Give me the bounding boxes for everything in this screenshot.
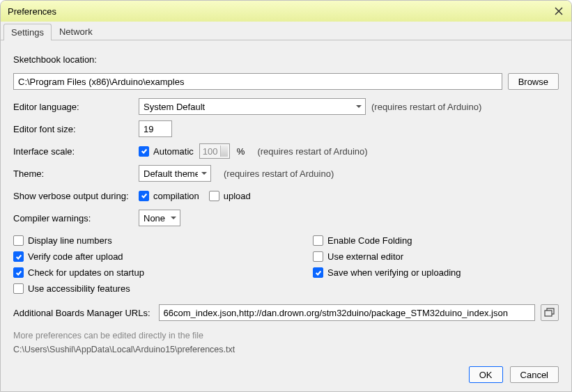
checkbox-icon	[13, 235, 24, 246]
options-grid: Display line numbers Verify code after u…	[13, 235, 559, 294]
options-col-right: Enable Code Folding Use external editor …	[313, 235, 461, 294]
upload-label: upload	[224, 191, 251, 201]
scale-hint: (requires restart of Arduino)	[257, 146, 367, 157]
checkbox-icon	[139, 146, 149, 157]
titlebar: Preferences	[1, 1, 571, 22]
tab-settings[interactable]: Settings	[3, 24, 52, 40]
checkbox-icon	[13, 267, 24, 278]
checkbox-icon	[13, 283, 24, 294]
language-label: Editor language:	[13, 102, 133, 112]
theme-row: Theme: Default theme (requires restart o…	[13, 164, 559, 182]
scale-label: Interface scale:	[13, 146, 133, 157]
checkbox-icon	[139, 191, 149, 201]
compilation-label: compilation	[153, 191, 199, 201]
cancel-button[interactable]: Cancel	[510, 366, 559, 383]
additional-urls-row: Additional Boards Manager URLs:	[13, 304, 559, 322]
sketchbook-label: Sketchbook location:	[13, 54, 97, 65]
scale-spinner[interactable]: 100	[199, 143, 230, 159]
more-preferences-text: More preferences can be edited directly …	[13, 329, 559, 359]
upload-checkbox[interactable]: upload	[209, 191, 251, 201]
tab-network[interactable]: Network	[52, 23, 100, 40]
preferences-window: Preferences Settings Network Sketchbook …	[0, 0, 572, 392]
save-when-checkbox[interactable]: Save when verifying or uploading	[313, 267, 461, 278]
external-editor-checkbox[interactable]: Use external editor	[313, 251, 461, 262]
checkbox-icon	[313, 235, 323, 246]
warnings-select-wrap: None	[139, 210, 180, 226]
checkbox-icon	[313, 267, 323, 278]
accessibility-checkbox[interactable]: Use accessibility features	[13, 283, 285, 294]
theme-select-wrap: Default theme	[139, 165, 211, 182]
verbose-row: Show verbose output during: compilation …	[13, 187, 559, 205]
language-hint: (requires restart of Arduino)	[371, 102, 481, 112]
verify-code-checkbox[interactable]: Verify code after upload	[13, 251, 285, 262]
language-select[interactable]: System Default	[139, 98, 366, 115]
warnings-label: Compiler warnings:	[13, 213, 133, 224]
theme-hint: (requires restart of Arduino)	[224, 168, 334, 179]
scale-row: Interface scale: Automatic 100 % (requir…	[13, 142, 559, 160]
window-title: Preferences	[8, 6, 56, 17]
sketchbook-row: Browse	[13, 72, 559, 91]
warnings-select[interactable]: None	[139, 210, 180, 226]
sketchbook-label-row: Sketchbook location:	[13, 50, 559, 68]
theme-label: Theme:	[13, 168, 133, 179]
percent-label: %	[237, 146, 245, 157]
check-updates-checkbox[interactable]: Check for updates on startup	[13, 267, 285, 278]
expand-urls-button[interactable]	[541, 304, 559, 321]
font-row: Editor font size:	[13, 120, 559, 138]
enable-folding-checkbox[interactable]: Enable Code Folding	[313, 235, 461, 246]
warnings-row: Compiler warnings: None	[13, 209, 559, 227]
automatic-label: Automatic	[153, 146, 194, 157]
sketchbook-input[interactable]	[13, 73, 502, 90]
checkbox-icon	[209, 191, 219, 201]
tab-bar: Settings Network	[1, 22, 571, 40]
preferences-file-path[interactable]: C:\Users\Sushil\AppData\Local\Arduino15\…	[13, 343, 559, 356]
language-row: Editor language: System Default (require…	[13, 97, 559, 116]
content-area: Sketchbook location: Browse Editor langu…	[1, 40, 571, 359]
compilation-checkbox[interactable]: compilation	[139, 191, 199, 201]
close-icon[interactable]	[553, 6, 564, 17]
footer: OK Cancel	[1, 359, 571, 391]
checkbox-icon	[13, 251, 24, 262]
additional-urls-label: Additional Boards Manager URLs:	[13, 308, 150, 318]
options-col-left: Display line numbers Verify code after u…	[13, 235, 285, 294]
display-line-numbers-checkbox[interactable]: Display line numbers	[13, 235, 285, 246]
svg-rect-1	[545, 311, 552, 316]
automatic-checkbox[interactable]: Automatic	[139, 146, 194, 157]
window-icon	[544, 308, 555, 317]
verbose-label: Show verbose output during:	[13, 191, 133, 201]
font-size-input[interactable]	[139, 120, 172, 137]
checkbox-icon	[313, 251, 323, 262]
theme-select[interactable]: Default theme	[139, 165, 211, 182]
additional-urls-input[interactable]	[159, 304, 535, 321]
ok-button[interactable]: OK	[469, 366, 503, 383]
language-select-wrap: System Default	[139, 98, 366, 115]
font-label: Editor font size:	[13, 124, 133, 134]
browse-button[interactable]: Browse	[508, 73, 559, 90]
